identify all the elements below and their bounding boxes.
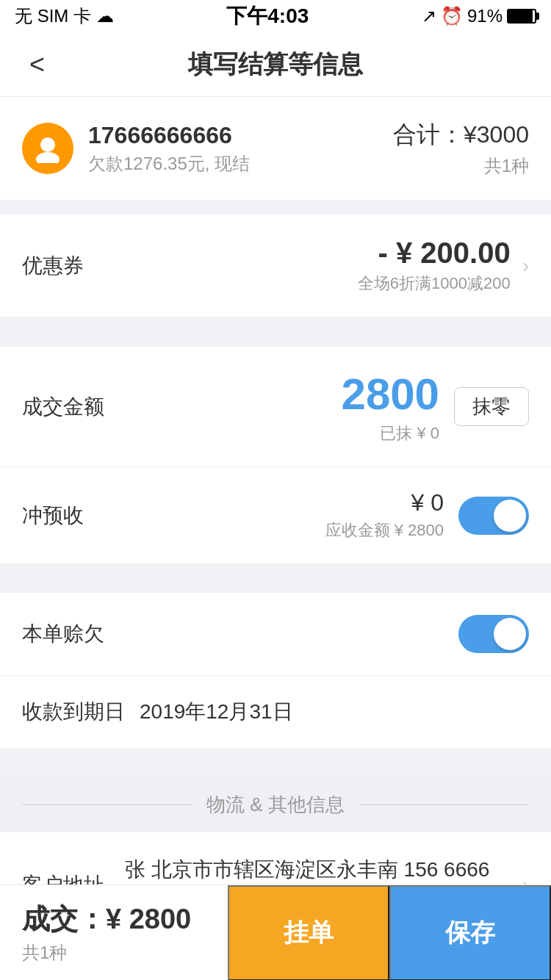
status-time: 下午4:03 bbox=[226, 2, 309, 30]
deal-card: 成交金额 2800 已抹 ¥ 0 抹零 冲预收 ¥ 0 应收金额 ¥ 2800 bbox=[0, 347, 551, 563]
page-title: 填写结算等信息 bbox=[188, 48, 363, 82]
alarm-icon: ⏰ bbox=[441, 6, 463, 26]
customer-left: 17666666666 欠款1276.35元, 现结 bbox=[22, 122, 250, 176]
hang-button[interactable]: 挂单 bbox=[228, 885, 389, 981]
status-right: ↗ ⏰ 91% bbox=[422, 6, 536, 26]
prepaid-amounts: ¥ 0 应收金额 ¥ 2800 bbox=[325, 489, 444, 541]
battery-icon bbox=[507, 9, 536, 24]
bottom-count: 共1种 bbox=[22, 941, 206, 965]
prepaid-amount: ¥ 0 bbox=[325, 489, 444, 516]
coupon-sub: 全场6折满1000减200 bbox=[358, 273, 511, 295]
total-amount: 合计：¥3000 bbox=[393, 119, 529, 151]
customer-phone: 17666666666 bbox=[88, 122, 250, 149]
separator-1 bbox=[0, 332, 551, 347]
coupon-card: 优惠券 - ¥ 200.00 全场6折满1000减200 › bbox=[0, 215, 551, 317]
location-icon: ↗ bbox=[422, 6, 436, 26]
bottom-deal-line: 成交：¥ 2800 bbox=[22, 901, 206, 938]
deal-label: 成交金额 bbox=[22, 393, 104, 421]
bottom-bar: 成交：¥ 2800 共1种 挂单 保存 bbox=[0, 884, 551, 980]
total-count: 共1种 bbox=[393, 154, 529, 178]
due-value: 2019年12月31日 bbox=[140, 698, 293, 726]
prepaid-sub: 应收金额 ¥ 2800 bbox=[325, 519, 444, 541]
battery-percent: 91% bbox=[467, 6, 503, 26]
deal-amount-value: 2800 bbox=[342, 369, 439, 419]
back-button[interactable]: < bbox=[22, 42, 52, 87]
separator-2 bbox=[0, 578, 551, 593]
status-left: 无 SIM 卡 ☁ bbox=[15, 4, 114, 28]
sim-label: 无 SIM 卡 ☁ bbox=[15, 4, 114, 28]
customer-info-card: 17666666666 欠款1276.35元, 现结 合计：¥3000 共1种 bbox=[0, 97, 551, 200]
main-content: 17666666666 欠款1276.35元, 现结 合计：¥3000 共1种 … bbox=[0, 97, 551, 980]
customer-details: 17666666666 欠款1276.35元, 现结 bbox=[88, 122, 250, 176]
status-bar: 无 SIM 卡 ☁ 下午4:03 ↗ ⏰ 91% bbox=[0, 0, 551, 32]
deal-sub: 已抹 ¥ 0 bbox=[342, 422, 439, 444]
divider-line-left bbox=[22, 804, 192, 805]
prepaid-toggle[interactable] bbox=[458, 497, 529, 535]
prepaid-right: ¥ 0 应收金额 ¥ 2800 bbox=[325, 489, 529, 541]
debt-label: 本单赊欠 bbox=[22, 620, 104, 648]
prepaid-label: 冲预收 bbox=[22, 502, 84, 530]
deal-amount-row: 成交金额 2800 已抹 ¥ 0 抹零 bbox=[0, 347, 551, 467]
debt-toggle[interactable] bbox=[458, 615, 529, 653]
save-button[interactable]: 保存 bbox=[389, 885, 551, 981]
nav-bar: < 填写结算等信息 bbox=[0, 32, 551, 97]
round-button[interactable]: 抹零 bbox=[454, 387, 529, 426]
customer-sub: 欠款1276.35元, 现结 bbox=[88, 152, 250, 176]
coupon-value-col: - ¥ 200.00 全场6折满1000减200 bbox=[358, 237, 511, 295]
divider-line-right bbox=[359, 804, 529, 805]
svg-point-0 bbox=[40, 137, 55, 152]
debt-row: 本单赊欠 bbox=[0, 593, 551, 675]
separator-3 bbox=[0, 763, 551, 777]
due-date-row: 收款到期日 2019年12月31日 bbox=[0, 675, 551, 748]
chevron-right-icon: › bbox=[522, 254, 529, 278]
bottom-deal-amount: ¥ 2800 bbox=[106, 904, 191, 934]
avatar bbox=[22, 123, 73, 174]
debt-card: 本单赊欠 收款到期日 2019年12月31日 bbox=[0, 593, 551, 748]
coupon-label: 优惠券 bbox=[22, 252, 84, 280]
svg-point-1 bbox=[36, 152, 60, 163]
deal-number-col: 2800 已抹 ¥ 0 bbox=[342, 369, 439, 444]
coupon-right: - ¥ 200.00 全场6折满1000减200 › bbox=[358, 237, 529, 295]
deal-right: 2800 已抹 ¥ 0 抹零 bbox=[342, 369, 529, 444]
bottom-deal-prefix: 成交： bbox=[22, 904, 106, 934]
coupon-row[interactable]: 优惠券 - ¥ 200.00 全场6折满1000减200 › bbox=[0, 215, 551, 317]
logistics-label: 物流 & 其他信息 bbox=[206, 792, 345, 818]
due-label: 收款到期日 bbox=[22, 698, 125, 726]
logistics-divider: 物流 & 其他信息 bbox=[0, 777, 551, 832]
prepaid-row: 冲预收 ¥ 0 应收金额 ¥ 2800 bbox=[0, 467, 551, 563]
customer-right: 合计：¥3000 共1种 bbox=[393, 119, 529, 178]
bottom-summary: 成交：¥ 2800 共1种 bbox=[0, 901, 228, 965]
coupon-amount: - ¥ 200.00 bbox=[358, 237, 511, 270]
